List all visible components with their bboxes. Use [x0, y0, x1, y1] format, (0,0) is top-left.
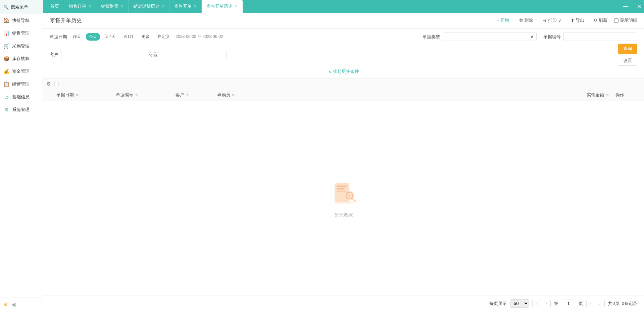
toolbar: + 新增 🗑 删除 🖨 打印 ∨ ⬆ 导出 ↻ 刷新 显示明细	[494, 16, 637, 25]
print-button[interactable]: 🖨 打印 ∨	[540, 16, 564, 25]
th-no[interactable]: 单据编号 ⇅	[112, 89, 172, 101]
refresh-button[interactable]: ↻ 刷新	[591, 16, 610, 25]
date-btn-custom[interactable]: 自定义	[155, 33, 173, 41]
table-settings-icon[interactable]: ⚙	[46, 81, 51, 87]
customer-input[interactable]: ...	[61, 51, 128, 59]
page-prefix: 第	[554, 301, 558, 307]
sidebar-item-label: 系统管理	[12, 107, 30, 113]
sidebar-item-inventory[interactable]: 📦 库存核算	[0, 52, 43, 65]
tab-retail-open-label: 零售开单	[174, 3, 192, 9]
base-info-icon: 🗂	[3, 94, 9, 100]
print-arrow-icon: ∨	[558, 18, 561, 23]
tab-home[interactable]: 首页	[46, 0, 64, 13]
maximize-button[interactable]: □	[631, 3, 634, 9]
svg-rect-2	[337, 186, 347, 187]
tab-retail-open-history-label: 零售开单历史	[206, 3, 233, 9]
sidebar-item-base-info[interactable]: 🗂 基础信息	[0, 91, 43, 103]
page-suffix: 页	[579, 301, 583, 307]
tab-sales-return[interactable]: 销货退货 ✕	[96, 0, 129, 13]
filter-row-2: 客户 ... 商品 ... 查询 设置	[50, 44, 637, 66]
empty-text: 暂无数据	[334, 212, 353, 218]
tab-sales-return-history-label: 销货退货历史	[133, 3, 159, 9]
tab-retail-open-close[interactable]: ✕	[194, 4, 197, 9]
collapse-conditions[interactable]: ∧ 收起更多条件	[50, 68, 637, 74]
tab-retail-open[interactable]: 零售开单 ✕	[169, 0, 202, 13]
empty-illustration	[329, 178, 359, 208]
th-date[interactable]: 单据日期 ⇅	[53, 89, 112, 101]
sales-icon: 📊	[3, 30, 9, 36]
sidebar-item-label: 库存核算	[12, 56, 30, 62]
tab-sales-order[interactable]: 销售订单 ✕	[64, 0, 96, 13]
bill-no-input[interactable]	[563, 33, 637, 41]
tab-sales-return-history-close[interactable]: ✕	[161, 4, 164, 9]
no-sort-icon: ⇅	[135, 93, 138, 97]
page-input[interactable]	[562, 300, 575, 307]
th-salesperson[interactable]: 导购员 ⇅	[214, 89, 264, 101]
per-page-select[interactable]: 50 10 20 100	[510, 299, 529, 308]
operations-icon: 📋	[3, 81, 9, 87]
goods-input[interactable]: ...	[160, 51, 227, 59]
first-page-button[interactable]: |<	[532, 300, 540, 307]
sidebar-item-sales-mgmt[interactable]: 📊 销售管理	[0, 27, 43, 40]
customer-label: 客户	[50, 52, 58, 58]
tab-bar: 首页 销售订单 ✕ 销货退货 ✕ 销货退货历史 ✕ 零售开单 ✕ 零售开单历史 …	[43, 0, 644, 13]
sidebar-item-operations[interactable]: 📋 经营管理	[0, 78, 43, 91]
sidebar-search[interactable]: 🔍 搜索采单	[0, 0, 43, 14]
sidebar-item-sys-mgmt[interactable]: ⚙ 系统管理	[0, 103, 43, 116]
tab-sales-return-history[interactable]: 销货退货历史 ✕	[129, 0, 169, 13]
tab-retail-open-history[interactable]: 零售开单历史 ✕	[202, 0, 243, 13]
filter-area: 单据日期 昨天 今天 近7天 近1月 更多 自定义 2023-06-02 至 2…	[43, 29, 644, 79]
date-btn-more[interactable]: 更多	[139, 33, 153, 41]
th-action: 操作	[612, 89, 644, 101]
sidebar-item-label: 经营管理	[12, 81, 30, 87]
bill-type-select[interactable]: ∨	[443, 33, 537, 41]
bill-type-chevron-icon: ∨	[530, 34, 534, 39]
query-button[interactable]: 查询	[618, 44, 637, 54]
sidebar-item-label: 快捷导航	[12, 17, 30, 23]
add-button[interactable]: + 新增	[494, 16, 512, 25]
prev-page-button[interactable]: <	[544, 300, 551, 307]
date-btn-7days[interactable]: 近7天	[102, 33, 118, 41]
date-btn-yesterday[interactable]: 昨天	[70, 33, 84, 41]
sidebar-item-finance[interactable]: 💰 资金管理	[0, 65, 43, 78]
next-page-button[interactable]: >	[586, 300, 593, 307]
date-btn-1month[interactable]: 近1月	[120, 33, 137, 41]
home-icon: 🏠	[3, 17, 9, 23]
select-all-checkbox[interactable]	[54, 82, 58, 86]
sidebar-item-purchase-mgmt[interactable]: 🛒 采购管理	[0, 40, 43, 52]
minimize-button[interactable]: —	[623, 3, 628, 9]
purchase-icon: 🛒	[3, 43, 9, 49]
finance-icon: 💰	[3, 68, 9, 74]
filter-customer: 客户 ...	[50, 51, 128, 59]
last-page-button[interactable]: >|	[597, 300, 605, 307]
date-btn-today[interactable]: 今天	[86, 33, 100, 41]
filter-date: 单据日期 昨天 今天 近7天 近1月 更多 自定义 2023-06-02 至 2…	[50, 33, 223, 41]
svg-line-7	[353, 199, 355, 202]
page-header: 零售开单历史 + 新增 🗑 删除 🖨 打印 ∨ ⬆ 导出 ↻ 刷新 显示明细	[43, 13, 644, 29]
sidebar-item-label: 采购管理	[12, 43, 30, 49]
th-customer[interactable]: 客户 ⇅	[172, 89, 214, 101]
tab-sales-order-close[interactable]: ✕	[88, 4, 91, 9]
sidebar-collapse-button[interactable]: ◀	[11, 301, 15, 308]
sidebar-item-label: 基础信息	[12, 94, 30, 100]
page-content: 零售开单历史 + 新增 🗑 删除 🖨 打印 ∨ ⬆ 导出 ↻ 刷新 显示明细	[43, 13, 644, 311]
display-detail-checkbox-label[interactable]: 显示明细	[614, 17, 637, 23]
settings-button[interactable]: 设置	[618, 56, 637, 66]
data-table: 单据日期 ⇅ 单据编号 ⇅ 客户 ⇅ 导购员 ⇅	[43, 89, 644, 101]
delete-button[interactable]: 🗑 删除	[516, 16, 536, 25]
th-amount[interactable]: 实销金额 ⇅	[264, 89, 612, 101]
sys-icon: ⚙	[3, 107, 9, 113]
close-button[interactable]: ✕	[637, 3, 641, 10]
main-area: 首页 销售订单 ✕ 销货退货 ✕ 销货退货历史 ✕ 零售开单 ✕ 零售开单历史 …	[43, 0, 644, 311]
inventory-icon: 📦	[3, 56, 9, 62]
sidebar-item-quick-nav[interactable]: 🏠 快捷导航	[0, 14, 43, 27]
export-button[interactable]: ⬆ 导出	[568, 16, 587, 25]
sidebar-gear-button[interactable]: ⚙	[3, 301, 8, 308]
date-label: 单据日期	[50, 34, 67, 40]
collapse-label: 收起更多条件	[333, 68, 359, 74]
table-area: ⚙ 单据日期 ⇅ 单据编号 ⇅	[43, 79, 644, 296]
display-detail-checkbox[interactable]	[614, 18, 618, 23]
per-page-label: 每页显示	[489, 301, 507, 307]
tab-sales-return-close[interactable]: ✕	[120, 4, 123, 9]
tab-retail-open-history-close[interactable]: ✕	[235, 4, 238, 9]
